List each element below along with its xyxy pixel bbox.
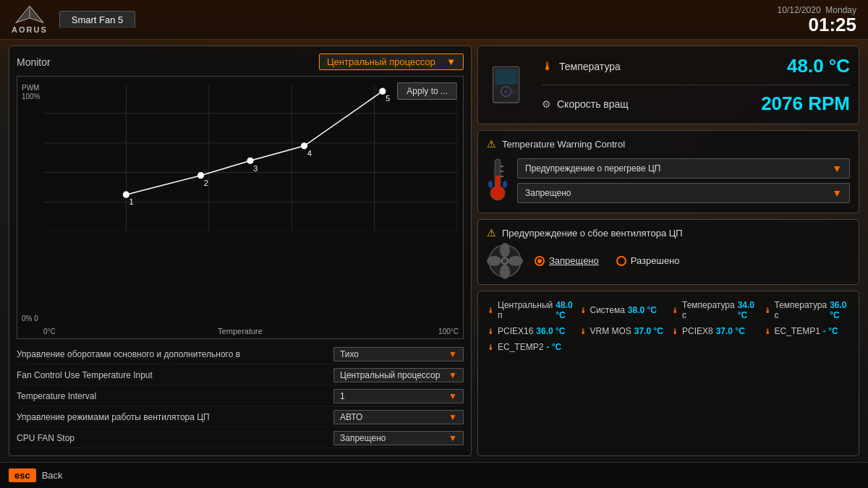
- warning-header: ⚠ Temperature Warning Control: [487, 138, 850, 150]
- control-dropdown-3[interactable]: АВТО ▼: [333, 410, 464, 424]
- svg-rect-18: [511, 92, 516, 93]
- chart-point-1[interactable]: [123, 192, 129, 197]
- thermometer-icon: 🌡: [542, 60, 553, 73]
- temp-cell-8: 🌡 EC_TEMP2 - °C: [487, 341, 574, 354]
- back-label: Back: [42, 470, 63, 481]
- chart-y100: 100%: [22, 93, 41, 100]
- chart-point-3[interactable]: [247, 158, 253, 163]
- temp-cell-val-5: 37.0 °C: [634, 326, 663, 336]
- temp-cell-icon-2: 🌡: [671, 306, 679, 314]
- temp-cell-val-4: 36.0 °C: [536, 326, 565, 336]
- header-datetime: 10/12/2020 Monday 01:25: [778, 5, 856, 34]
- temp-cell-icon-4: 🌡: [487, 327, 495, 335]
- control-dropdown-2[interactable]: 1 ▼: [333, 389, 464, 403]
- svg-rect-14: [495, 69, 516, 84]
- chart-x100: 100°C: [438, 328, 459, 335]
- stats-panel: 🌡 Температура 48.0 °C ⚙ Скорость вращ 20…: [477, 46, 859, 124]
- main-layout: Monitor Центральный процессор ▼ PWM 100%…: [0, 40, 868, 462]
- pc-icon-area: [487, 64, 530, 107]
- control-row-1: Fan Control Use Temperature Input Центра…: [17, 366, 464, 385]
- warning-dropdown-1[interactable]: Предупреждение о перегреве ЦП ▼: [517, 158, 850, 179]
- svg-point-25: [488, 181, 493, 188]
- dropdown-arrow-icon-0: ▼: [448, 349, 457, 359]
- temp-cell-icon-0: 🌡: [487, 306, 495, 314]
- temp-cell-name-5: VRM MOS: [590, 326, 631, 336]
- warning-dropdowns: Предупреждение о перегреве ЦП ▼ Запрещен…: [517, 158, 850, 203]
- radio-option-2[interactable]: Разрешено: [616, 255, 680, 266]
- chart-ylabel: PWM: [22, 84, 39, 92]
- temp-stat-row: 🌡 Температура 48.0 °C: [542, 55, 850, 77]
- fan-curve-chart[interactable]: 1 2 3 4 5: [43, 84, 457, 231]
- chart-y0: 0% 0: [22, 314, 38, 322]
- dropdown-arrow-icon-4: ▼: [448, 433, 457, 443]
- esc-key-label: esc: [9, 468, 36, 482]
- svg-point-32: [487, 256, 501, 266]
- control-row-4: CPU FAN Stop Запрещено ▼: [17, 429, 464, 448]
- control-label-3: Управление режимами работы вентилятора Ц…: [17, 412, 333, 422]
- temp-table-panel: 🌡 Центральный п 48.0 °C 🌡 Система 38.0 °…: [477, 291, 859, 456]
- control-row-2: Temperature Interval 1 ▼: [17, 387, 464, 406]
- fan-warning-icon: ⚠: [487, 227, 496, 239]
- temp-cell-icon-6: 🌡: [671, 327, 679, 335]
- temp-cell-3: 🌡 Температура с 36.0 °C: [764, 299, 851, 322]
- chart-x0: 0°C: [43, 328, 56, 335]
- speed-stat-row: ⚙ Скорость вращ 2076 RPM: [542, 93, 850, 115]
- radio-dot-1: [535, 256, 545, 266]
- temp-cell-val-7: - °C: [823, 326, 838, 336]
- temp-cell-val-6: 37.0 °C: [716, 326, 745, 336]
- temp-cell-icon-1: 🌡: [579, 306, 587, 314]
- temp-cell-val-2: 34.0 °C: [738, 300, 758, 320]
- svg-rect-17: [511, 90, 516, 91]
- svg-rect-21: [495, 176, 500, 190]
- radio-dot-2: [616, 256, 626, 266]
- header-time: 01:25: [778, 15, 856, 34]
- svg-point-33: [502, 258, 508, 264]
- temp-cell-icon-7: 🌡: [764, 327, 772, 335]
- temp-grid: 🌡 Центральный п 48.0 °C 🌡 Система 38.0 °…: [487, 299, 850, 354]
- temp-cell-val-0: 48.0 °C: [556, 300, 573, 320]
- temp-cell-name-2: Температура с: [682, 300, 735, 320]
- control-row-0: Управление оборотами основного и дополни…: [17, 345, 464, 364]
- dropdown-arrow-icon-1: ▼: [448, 370, 457, 380]
- temp-cell-val-8: - °C: [546, 342, 561, 352]
- warning-icon: ⚠: [487, 138, 496, 150]
- temp-cell-name-3: Температура с: [775, 300, 827, 320]
- temp-cell-2: 🌡 Температура с 34.0 °C: [671, 299, 758, 322]
- control-dropdown-0[interactable]: Тихо ▼: [333, 347, 464, 361]
- monitor-dropdown[interactable]: Центральный процессор ▼: [319, 53, 464, 70]
- warning-dropdown-2[interactable]: Запрещено ▼: [517, 183, 850, 203]
- temp-label: Температура: [559, 61, 621, 72]
- warning-dropdown-2-label: Запрещено: [525, 188, 571, 198]
- temp-cell-name-0: Центральный п: [498, 300, 553, 320]
- esc-back-button[interactable]: esc Back: [9, 468, 63, 482]
- chart-point-4[interactable]: [301, 143, 307, 149]
- control-dropdown-4[interactable]: Запрещено ▼: [333, 431, 464, 445]
- chart-label-2: 2: [204, 179, 208, 187]
- chart-label-1: 1: [129, 198, 133, 207]
- radio-option-1[interactable]: Запрещено: [535, 255, 599, 266]
- temp-cell-name-6: PCIEX8: [682, 326, 713, 336]
- temp-cell-val-1: 38.0 °C: [628, 305, 657, 315]
- chart-point-5[interactable]: [380, 88, 386, 94]
- fan-spin-icon: ⚙: [542, 98, 551, 110]
- right-panel: 🌡 Температура 48.0 °C ⚙ Скорость вращ 20…: [477, 46, 859, 456]
- smart-fan-tab[interactable]: Smart Fan 5: [59, 11, 136, 28]
- fan-warning-header: ⚠ Предупреждение о сбое вентилятора ЦП: [487, 227, 850, 239]
- thermometer-icon: [487, 155, 509, 202]
- radio-group: Запрещено Разрешено: [535, 255, 680, 266]
- warning-dropdown-1-label: Предупреждение о перегреве ЦП: [525, 163, 660, 174]
- temp-cell-name-7: EC_TEMP1: [775, 326, 820, 336]
- control-dropdown-1[interactable]: Центральный процессор ▼: [333, 368, 464, 382]
- chart-xlabel: Temperature: [218, 327, 263, 335]
- warning-title: Temperature Warning Control: [502, 139, 625, 150]
- svg-point-30: [509, 256, 523, 266]
- temp-cell-name-1: Система: [590, 305, 625, 315]
- temp-cell-name-8: EC_TEMP2: [498, 342, 543, 352]
- chart-point-2[interactable]: [197, 173, 203, 179]
- divider: [542, 85, 850, 85]
- temp-cell-7: 🌡 EC_TEMP1 - °C: [764, 325, 851, 338]
- pc-case-icon: [487, 64, 530, 107]
- svg-point-16: [504, 90, 508, 93]
- controls-grid: Управление оборотами основного и дополни…: [17, 345, 464, 448]
- dropdown-arrow-icon-3: ▼: [448, 412, 457, 422]
